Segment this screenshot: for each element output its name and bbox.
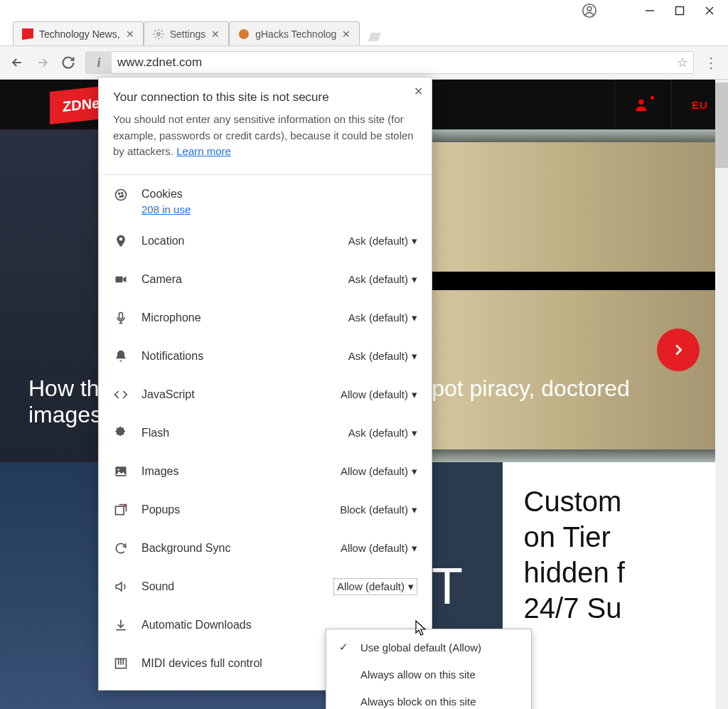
- svg-point-14: [119, 196, 121, 197]
- tab-zdnet[interactable]: Technology News, ✕: [13, 21, 144, 46]
- sync-icon: [113, 541, 129, 555]
- next-slide-button[interactable]: [657, 329, 700, 371]
- permission-row-code: JavaScriptAllow (default) ▾: [113, 375, 417, 414]
- permission-value[interactable]: Allow (default) ▾: [341, 465, 417, 478]
- svg-point-13: [122, 192, 123, 193]
- permission-row-puzzle: FlashAsk (default) ▾: [113, 414, 417, 452]
- favicon-icon: [22, 28, 33, 40]
- back-button[interactable]: [9, 54, 26, 71]
- site-info-button[interactable]: i: [86, 51, 112, 74]
- close-tab-icon[interactable]: ✕: [211, 28, 220, 40]
- dropdown-option[interactable]: ✓Use global default (Allow): [326, 634, 531, 661]
- chevron-down-icon: ▾: [412, 542, 417, 555]
- permission-row-camera: CameraAsk (default) ▾: [113, 260, 417, 299]
- permission-value[interactable]: Allow (default) ▾: [341, 388, 417, 401]
- bookmark-star-icon[interactable]: ☆: [672, 55, 693, 70]
- popup-message: You should not enter any sensitive infor…: [113, 112, 417, 160]
- url-text[interactable]: www.zdnet.com: [112, 55, 672, 70]
- microphone-icon: [113, 311, 129, 325]
- sound-dropdown: ✓Use global default (Allow)Always allow …: [326, 629, 532, 709]
- scrollbar[interactable]: [715, 80, 728, 709]
- browser-menu-button[interactable]: ⋮: [702, 54, 719, 71]
- maximize-button[interactable]: [674, 5, 685, 16]
- learn-more-link[interactable]: Learn more: [176, 145, 231, 157]
- scrollbar-thumb[interactable]: [715, 82, 728, 168]
- svg-point-7: [157, 33, 160, 36]
- image-icon: [113, 464, 129, 479]
- svg-point-1: [587, 6, 592, 11]
- permission-label: Flash: [141, 427, 336, 439]
- svg-point-11: [116, 189, 127, 200]
- permission-label: JavaScript: [141, 388, 328, 401]
- permission-row-popup: PopupsBlock (default) ▾: [113, 491, 417, 529]
- chevron-down-icon: ▾: [412, 388, 417, 401]
- permission-value[interactable]: Ask (default) ▾: [348, 311, 417, 324]
- svg-marker-9: [368, 33, 381, 41]
- permission-row-sync: Background SyncAllow (default) ▾: [113, 529, 417, 567]
- svg-rect-19: [116, 506, 124, 515]
- code-icon: [113, 388, 129, 402]
- permission-label: Images: [141, 465, 328, 478]
- window-controls: [0, 0, 728, 21]
- navigation-bar: i www.zdnet.com ☆ ⋮: [0, 46, 728, 80]
- user-icon[interactable]: [614, 80, 671, 129]
- account-icon[interactable]: [582, 3, 597, 18]
- svg-point-18: [117, 469, 119, 471]
- midi-icon: [113, 656, 129, 671]
- permission-row-location: LocationAsk (default) ▾: [113, 222, 417, 260]
- reload-button[interactable]: [60, 54, 77, 71]
- svg-point-8: [239, 29, 249, 39]
- camera-icon: [113, 272, 129, 287]
- permission-value[interactable]: Ask (default) ▾: [348, 273, 417, 286]
- chevron-down-icon: ▾: [408, 580, 414, 593]
- dropdown-label: Use global default (Allow): [360, 641, 481, 654]
- tab-ghacks[interactable]: gHacks Technolog ✕: [229, 21, 360, 46]
- svg-point-15: [122, 195, 124, 196]
- dropdown-option[interactable]: Always allow on this site: [326, 661, 531, 688]
- permission-label: Camera: [141, 273, 336, 286]
- new-tab-button[interactable]: [364, 27, 385, 46]
- permission-value[interactable]: Ask (default) ▾: [348, 350, 417, 363]
- permission-value[interactable]: Block (default) ▾: [340, 503, 417, 516]
- svg-rect-3: [676, 7, 684, 15]
- close-tab-icon[interactable]: ✕: [126, 28, 134, 40]
- permission-value[interactable]: Ask (default) ▾: [348, 427, 417, 439]
- article-title[interactable]: Customon Tier hidden f24/7 Su: [503, 462, 728, 709]
- close-tab-icon[interactable]: ✕: [342, 28, 350, 40]
- permission-value[interactable]: Ask (default) ▾: [348, 235, 417, 247]
- close-popup-button[interactable]: ✕: [414, 85, 423, 98]
- permission-label: Location: [141, 235, 336, 247]
- dropdown-label: Always allow on this site: [360, 668, 476, 681]
- tab-label: gHacks Technolog: [255, 28, 336, 40]
- forward-button[interactable]: [34, 54, 51, 71]
- chevron-down-icon: ▾: [412, 350, 417, 363]
- permission-label: Popups: [141, 503, 327, 516]
- popup-title: Your connection to this site is not secu…: [113, 90, 417, 105]
- chevron-down-icon: ▾: [412, 311, 417, 324]
- tab-settings[interactable]: Settings ✕: [144, 21, 230, 46]
- chevron-down-icon: ▾: [412, 465, 417, 478]
- chevron-down-icon: ▾: [412, 427, 417, 439]
- cookies-label: Cookies: [141, 188, 417, 201]
- popup-icon: [113, 503, 129, 517]
- permission-value[interactable]: Allow (default) ▾: [341, 542, 417, 555]
- address-bar[interactable]: i www.zdnet.com ☆: [85, 51, 694, 74]
- permission-value[interactable]: Allow (default) ▾: [333, 578, 417, 595]
- cookie-icon: [113, 188, 129, 202]
- svg-point-12: [119, 193, 120, 194]
- sound-icon: [113, 580, 129, 594]
- chevron-down-icon: ▾: [412, 273, 417, 286]
- site-info-popup: ✕ Your connection to this site is not se…: [98, 77, 432, 691]
- gear-icon: [153, 28, 164, 40]
- location-icon: [113, 234, 129, 248]
- permission-row-bell: NotificationsAsk (default) ▾: [113, 337, 417, 375]
- minimize-button[interactable]: [644, 5, 655, 16]
- tab-strip: Technology News, ✕ Settings ✕ gHacks Tec…: [0, 21, 728, 46]
- cookies-in-use-link[interactable]: 208 in use: [141, 203, 191, 215]
- tab-label: Technology News,: [39, 28, 120, 40]
- chevron-down-icon: ▾: [412, 235, 417, 247]
- dropdown-label: Always block on this site: [360, 695, 476, 708]
- dropdown-option[interactable]: Always block on this site: [326, 688, 531, 709]
- close-window-button[interactable]: [704, 5, 715, 16]
- permission-label: Microphone: [141, 311, 336, 324]
